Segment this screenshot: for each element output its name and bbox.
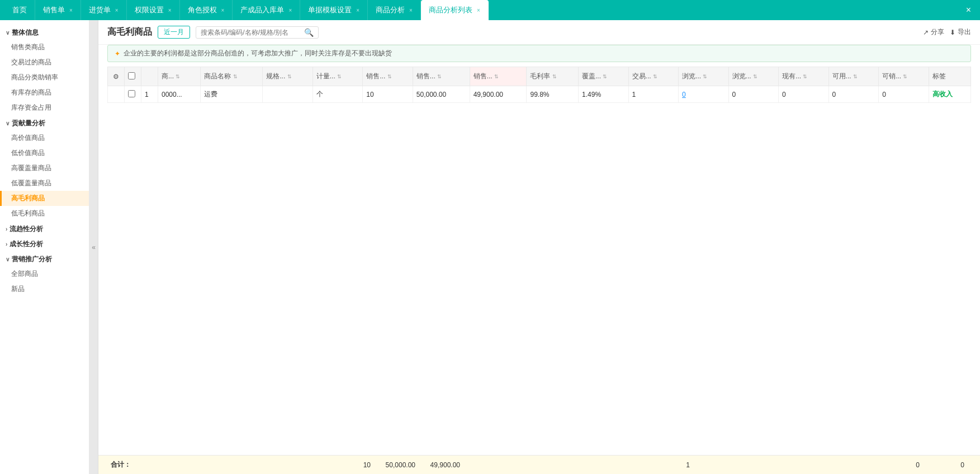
col-gross-margin[interactable]: 毛利率 ⇅ <box>527 67 579 86</box>
info-bar: ✦ 企业的主要的利润都是这部分商品创造的，可考虑加大推广，同时关注库存是不要出现… <box>107 45 971 62</box>
col-sales-qty[interactable]: 销售... ⇅ <box>363 67 413 86</box>
table-row[interactable]: 1 0000... 运费 个 10 50,000.00 49,900.00 99… <box>108 86 971 103</box>
col-sales-amount[interactable]: 销售... ⇅ <box>413 67 470 86</box>
col-unit[interactable]: 计量... ⇅ <box>313 67 363 86</box>
cell-spec <box>263 86 313 103</box>
col-sales-cost[interactable]: 销售... ⇅ <box>470 67 527 86</box>
col-index <box>141 67 158 86</box>
col-checkbox[interactable] <box>125 67 141 86</box>
sidebar-item-high-value[interactable]: 高价值商品 <box>0 130 89 146</box>
nav-sales[interactable]: 销售单 × <box>35 0 81 20</box>
sidebar-group-marketing[interactable]: ∨ 营销推广分析 <box>0 251 89 266</box>
nav-home[interactable]: 首页 <box>4 0 35 20</box>
arrow-trend: › <box>6 226 7 232</box>
export-icon: ⬇ <box>950 29 955 36</box>
share-button[interactable]: ↗ 分享 <box>923 27 944 37</box>
cell-tag: 高收入 <box>929 86 970 103</box>
search-icon[interactable]: 🔍 <box>304 28 314 37</box>
sidebar-collapse-button[interactable]: « <box>89 20 98 474</box>
export-button[interactable]: ⬇ 导出 <box>950 27 971 37</box>
arrow-contribution: ∨ <box>6 120 10 126</box>
footer-sales-qty: 10 <box>329 461 374 469</box>
time-filter-button[interactable]: 近一月 <box>158 26 190 39</box>
search-input[interactable] <box>201 29 302 36</box>
cell-checkbox[interactable] <box>125 86 141 103</box>
sidebar-item-high-margin[interactable]: 高毛利商品 <box>0 191 89 206</box>
nav-purchase[interactable]: 进货单 × <box>81 0 127 20</box>
sidebar-group-growth[interactable]: › 成长性分析 <box>0 236 89 251</box>
arrow-marketing: ∨ <box>6 256 10 262</box>
col-coverage[interactable]: 覆盖... ⇅ <box>579 67 629 86</box>
row-checkbox[interactable] <box>128 90 135 97</box>
cell-sales-cost: 49,900.00 <box>470 86 527 103</box>
page-title: 高毛利商品 <box>107 26 152 38</box>
nav-permissions[interactable]: 权限设置 × <box>127 0 180 20</box>
table-header-row: ⚙ 商... ⇅ 商品名称 ⇅ <box>108 67 971 86</box>
footer-sales-amount: 50,000.00 <box>374 461 419 469</box>
info-icon: ✦ <box>115 50 120 58</box>
table-footer: 合计： 10 50,000.00 49,900.00 1 0 0 <box>98 455 980 474</box>
arrow-overall: ∨ <box>6 30 10 36</box>
share-icon: ↗ <box>923 29 929 36</box>
footer-avail-qty: 0 <box>923 461 968 469</box>
cell-gross-margin: 99.8% <box>527 86 579 103</box>
nav-templates[interactable]: 单据模板设置 × <box>300 0 368 20</box>
top-nav: 首页 销售单 × 进货单 × 权限设置 × 角色授权 × 产成品入库单 × 单据… <box>0 0 980 20</box>
sidebar-item-sales-goods[interactable]: 销售类商品 <box>0 40 89 55</box>
nav-permissions-close[interactable]: × <box>168 7 172 13</box>
sidebar-item-all-goods[interactable]: 全部商品 <box>0 266 89 281</box>
col-name[interactable]: 商品名称 ⇅ <box>201 67 263 86</box>
sidebar-item-category-rate[interactable]: 商品分类助销率 <box>0 70 89 85</box>
sidebar-group-contribution[interactable]: ∨ 贡献量分析 <box>0 115 89 130</box>
col-trade[interactable]: 交易... ⇅ <box>628 67 679 86</box>
col-browse2[interactable]: 浏览... ⇅ <box>728 67 779 86</box>
footer-label: 合计： <box>111 460 144 470</box>
cell-avail-qty: 0 <box>828 86 879 103</box>
sidebar-item-stocked-goods[interactable]: 有库存的商品 <box>0 85 89 100</box>
cell-browse1[interactable]: 0 <box>679 86 729 103</box>
nav-roles-close[interactable]: × <box>221 7 225 13</box>
sidebar-item-low-value[interactable]: 低价值商品 <box>0 146 89 161</box>
cell-sales-amount: 50,000.00 <box>413 86 470 103</box>
col-code[interactable]: 商... ⇅ <box>158 67 201 86</box>
sidebar-group-trend[interactable]: › 流趋性分析 <box>0 221 89 236</box>
col-spec[interactable]: 规格... ⇅ <box>263 67 313 86</box>
footer-sales-cost: 49,900.00 <box>419 461 463 469</box>
nav-analysis-close[interactable]: × <box>409 7 413 13</box>
sidebar-item-low-margin[interactable]: 低毛利商品 <box>0 206 89 221</box>
col-avail-qty[interactable]: 可用... ⇅ <box>828 67 879 86</box>
search-box: 🔍 <box>196 26 319 39</box>
col-stock-qty[interactable]: 现有... ⇅ <box>779 67 829 86</box>
nav-roles[interactable]: 角色授权 × <box>180 0 233 20</box>
nav-purchase-close[interactable]: × <box>115 7 119 13</box>
sidebar-item-new-goods[interactable]: 新品 <box>0 281 89 297</box>
col-settings[interactable]: ⚙ <box>108 67 125 86</box>
cell-browse2: 0 <box>728 86 779 103</box>
col-browse1[interactable]: 浏览... ⇅ <box>679 67 729 86</box>
nav-templates-close[interactable]: × <box>356 7 359 13</box>
sidebar-item-traded-goods[interactable]: 交易过的商品 <box>0 55 89 70</box>
cell-settings <box>108 86 125 103</box>
nav-products-close[interactable]: × <box>288 7 292 13</box>
header-actions: ↗ 分享 ⬇ 导出 <box>923 27 971 37</box>
nav-analysis[interactable]: 商品分析 × <box>368 0 421 20</box>
col-saleable[interactable]: 可销... ⇅ <box>879 67 929 86</box>
cell-index: 1 <box>141 86 158 103</box>
nav-products[interactable]: 产成品入库单 × <box>233 0 300 20</box>
nav-sales-close[interactable]: × <box>69 7 73 13</box>
cell-coverage: 1.49% <box>579 86 629 103</box>
nav-analysis-list-close[interactable]: × <box>477 7 480 13</box>
sidebar-group-overall[interactable]: ∨ 整体信息 <box>0 25 89 40</box>
col-tag: 标签 <box>929 67 970 86</box>
sidebar-item-high-coverage[interactable]: 高覆盖量商品 <box>0 161 89 176</box>
window-close-button[interactable]: × <box>962 5 976 15</box>
cell-stock-qty: 0 <box>779 86 829 103</box>
sidebar-item-stock-capital[interactable]: 库存资金占用 <box>0 100 89 115</box>
cell-sales-qty: 10 <box>363 86 413 103</box>
data-table: ⚙ 商... ⇅ 商品名称 ⇅ <box>107 67 971 103</box>
sidebar-item-low-coverage[interactable]: 低覆盖量商品 <box>0 176 89 191</box>
select-all-checkbox[interactable] <box>128 72 135 79</box>
content-header: 高毛利商品 近一月 🔍 ↗ 分享 ⬇ 导出 <box>98 20 980 45</box>
footer-stock-qty: 0 <box>878 461 923 469</box>
nav-analysis-list[interactable]: 商品分析列表 × <box>421 0 489 20</box>
